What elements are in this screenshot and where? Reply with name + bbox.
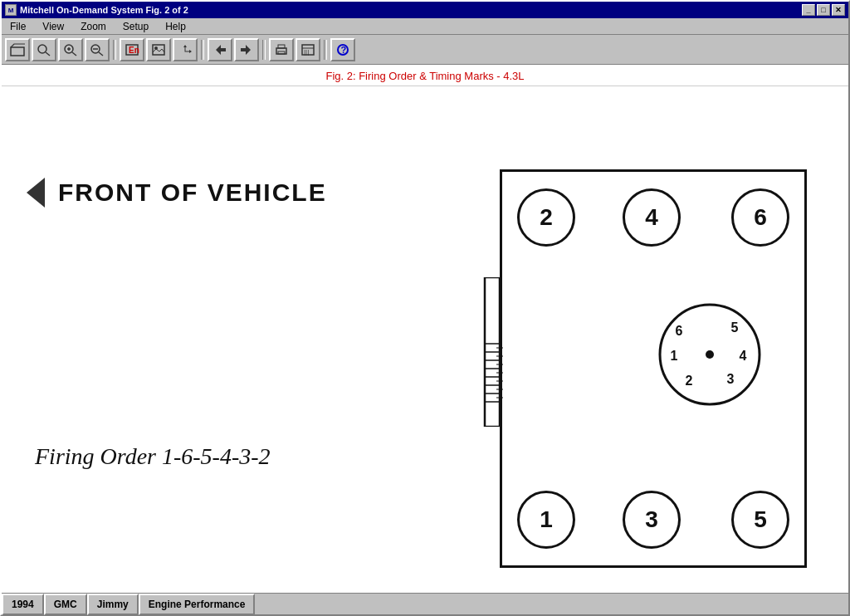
toolbar-back-btn[interactable] (208, 38, 232, 61)
svg-line-4 (72, 52, 76, 56)
toolbar-enhance-btn[interactable]: Enh (120, 38, 144, 61)
svg-text:?: ? (341, 45, 347, 55)
svg-line-8 (99, 52, 103, 56)
menu-help[interactable]: Help (160, 19, 191, 34)
toolbar-help-btn[interactable]: ? (330, 38, 355, 61)
svg-marker-15 (241, 45, 251, 55)
restore-button[interactable]: □ (817, 4, 830, 16)
toolbar-pan-btn[interactable] (173, 38, 198, 61)
menu-setup[interactable]: Setup (118, 19, 154, 34)
menu-zoom[interactable]: Zoom (76, 19, 111, 34)
dist-num-1: 1 (671, 349, 678, 363)
distributor-cap-container: 6 5 4 3 2 1 (656, 301, 764, 408)
engine-diagram: 2 4 6 1 3 (467, 153, 823, 584)
cylinder-6: 6 (731, 188, 789, 247)
svg-marker-14 (216, 45, 226, 55)
svg-rect-0 (11, 47, 24, 56)
toolbar-forward-btn[interactable] (234, 38, 259, 61)
svg-point-25 (706, 350, 714, 359)
main-window: M Mitchell On-Demand System Fig. 2 of 2 … (0, 0, 850, 616)
toolbar-zoom-out-btn[interactable] (85, 38, 110, 61)
cylinder-1: 1 (517, 491, 575, 549)
title-bar-left: M Mitchell On-Demand System Fig. 2 of 2 (5, 4, 188, 16)
window-title: Mitchell On-Demand System Fig. 2 of 2 (20, 5, 188, 15)
engine-block: 2 4 6 1 3 (500, 169, 807, 568)
toolbar: Enh ||| ? (2, 35, 848, 65)
menu-file[interactable]: File (5, 19, 31, 34)
dist-num-4: 4 (740, 349, 747, 363)
svg-rect-18 (278, 51, 285, 54)
dist-num-2: 2 (686, 374, 693, 388)
dist-num-3: 3 (727, 372, 735, 386)
close-button[interactable]: ✕ (832, 4, 845, 16)
toolbar-sep-3 (262, 40, 266, 60)
toolbar-search-btn[interactable] (32, 38, 56, 61)
timing-stem-svg (467, 277, 504, 427)
svg-point-1 (38, 45, 46, 53)
minimize-button[interactable]: _ (802, 4, 815, 16)
cylinder-4: 4 (623, 188, 681, 247)
dist-num-5: 5 (731, 320, 739, 335)
tab-model[interactable]: Jimmy (87, 594, 139, 615)
cylinder-3: 3 (623, 491, 681, 549)
tab-engine-performance[interactable]: Engine Performance (139, 594, 256, 615)
distributor-cap-svg: 6 5 4 3 2 1 (656, 301, 764, 408)
toolbar-sep-4 (324, 40, 327, 60)
timing-connector (467, 277, 504, 427)
content-area: FRONT OF VEHICLE Firing Order 1-6-5-4-3-… (2, 86, 848, 593)
toolbar-settings-btn[interactable]: ||| (296, 38, 320, 61)
toolbar-zoom-in-btn[interactable] (58, 38, 83, 61)
svg-line-2 (46, 52, 50, 56)
tab-year[interactable]: 1994 (2, 594, 44, 615)
status-bar: 1994 GMC Jimmy Engine Performance (2, 593, 848, 614)
svg-text:|||: ||| (304, 48, 309, 56)
toolbar-image-btn[interactable] (146, 38, 171, 61)
toolbar-sep-2 (201, 40, 204, 60)
cylinder-5: 5 (731, 491, 789, 549)
menu-bar: File View Zoom Setup Help (2, 18, 848, 35)
figure-title: Fig. 2: Firing Order & Timing Marks - 4.… (2, 65, 848, 86)
title-controls[interactable]: _ □ ✕ (802, 4, 845, 16)
svg-text:Enh: Enh (129, 46, 139, 55)
toolbar-sep-1 (113, 40, 116, 60)
menu-view[interactable]: View (37, 19, 69, 34)
cylinder-2: 2 (517, 188, 575, 247)
toolbar-open-btn[interactable] (5, 38, 30, 61)
title-bar: M Mitchell On-Demand System Fig. 2 of 2 … (2, 2, 848, 18)
front-of-vehicle: FRONT OF VEHICLE (27, 178, 327, 208)
front-arrow-icon (27, 178, 45, 208)
app-icon: M (5, 4, 17, 16)
firing-order-label: Firing Order 1-6-5-4-3-2 (35, 443, 271, 470)
toolbar-print-btn[interactable] (269, 38, 294, 61)
tab-make[interactable]: GMC (44, 594, 87, 615)
dist-num-6: 6 (676, 324, 683, 338)
front-label: FRONT OF VEHICLE (58, 178, 327, 207)
